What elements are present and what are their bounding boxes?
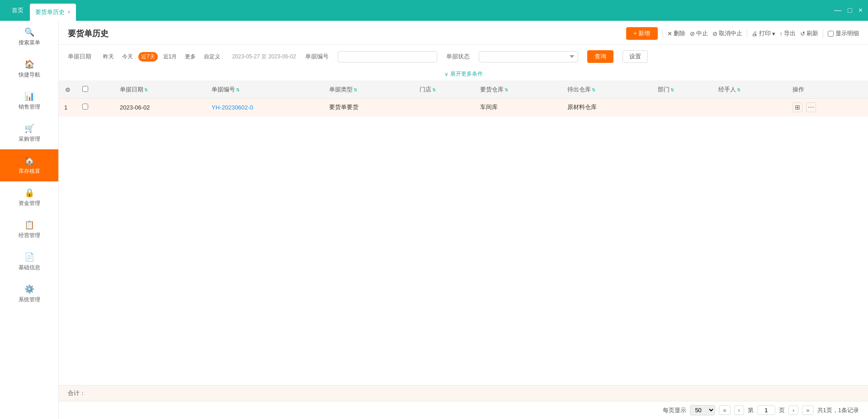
cell-operation: ⊞ ⋯ (787, 99, 868, 116)
filter-area: 单据日期 昨天 今天 近7天 近1月 更多 自定义 2023-05-27 至 2… (59, 45, 868, 81)
cancel-stop-btn[interactable]: ⊘ 取消中止 (712, 29, 742, 38)
sidebar-item-sales[interactable]: 📊销售管理 (0, 85, 58, 117)
sidebar-item-basic[interactable]: 📄基础信息 (0, 246, 58, 278)
sidebar-item-purchase[interactable]: 🛒采购管理 (0, 117, 58, 149)
date-btn-custom[interactable]: 自定义 (201, 52, 223, 62)
op-more-btn[interactable]: ⋯ (806, 102, 816, 112)
sidebar-item-system[interactable]: ⚙️系统管理 (0, 278, 58, 310)
th-operation: 操作 (787, 81, 868, 99)
table-footer: 合计： (59, 385, 868, 401)
th-pendingwarehouse[interactable]: 待出仓库⇅ (562, 81, 652, 99)
select-all-checkbox[interactable] (82, 86, 88, 92)
tab-close-icon[interactable]: × (67, 9, 71, 15)
cell-reqwarehouse: 车间库 (475, 99, 562, 116)
cell-doctype: 要货单要货 (324, 99, 414, 116)
cancel-stop-icon: ⊘ (712, 30, 717, 37)
th-doctype-label: 单据类型 (329, 86, 353, 93)
print-dropdown-icon: ▾ (772, 30, 775, 37)
refresh-btn[interactable]: ↺ 刷新 (800, 29, 818, 38)
cell-checkbox[interactable] (77, 99, 114, 116)
home-tab[interactable]: 首页 (5, 0, 30, 21)
sidebar-item-operation[interactable]: 📋经营管理 (0, 214, 58, 246)
pagination-bar: 每页显示 50 20 100 « ‹ 第 页 › » 共1页，1条记录 (59, 401, 868, 419)
date-btn-more[interactable]: 更多 (182, 52, 198, 62)
expand-more-btn[interactable]: ∨ 展开更多条件 (68, 67, 859, 81)
op-view-btn[interactable]: ⊞ (793, 102, 802, 112)
sort-pendingwarehouse-icon: ⇅ (592, 87, 595, 92)
next-page-btn[interactable]: › (788, 405, 798, 415)
delete-btn[interactable]: ✕ 删除 (667, 29, 685, 38)
th-dept[interactable]: 部门⇅ (652, 81, 713, 99)
basic-icon: 📄 (24, 252, 34, 262)
sidebar-item-finance[interactable]: 🔒资金管理 (0, 181, 58, 214)
display-detail-checkbox[interactable] (828, 31, 834, 37)
th-reqwarehouse[interactable]: 要货仓库⇅ (475, 81, 562, 99)
delete-icon: ✕ (667, 30, 672, 37)
stop-btn[interactable]: ⊘ 中止 (690, 29, 708, 38)
th-checkbox[interactable] (77, 81, 114, 99)
status-label: 单据状态 (446, 52, 470, 61)
th-handler[interactable]: 经手人⇅ (713, 81, 787, 99)
th-docno-label: 单据编号 (212, 86, 235, 93)
date-btn-yesterday[interactable]: 昨天 (100, 52, 117, 62)
cell-handler (713, 99, 787, 116)
minimize-icon[interactable]: — (834, 6, 841, 14)
page-input[interactable] (757, 405, 775, 415)
th-docno[interactable]: 单据编号⇅ (206, 81, 324, 99)
search-menu-label: 搜索菜单 (19, 39, 40, 47)
toolbar: + 新增 ✕ 删除 ⊘ 中止 ⊘ 取消中止 (626, 27, 859, 44)
close-icon[interactable]: × (859, 6, 863, 14)
page-size-select[interactable]: 50 20 100 (690, 405, 715, 415)
page-label-last: 页 (779, 406, 785, 414)
query-btn[interactable]: 查询 (587, 50, 613, 63)
page-title: 要货单历史 (68, 28, 108, 43)
sidebar: 🔍搜索菜单🏠快捷导航📊销售管理🛒采购管理🏠库存核算🔒资金管理📋经营管理📄基础信息… (0, 21, 59, 419)
row-checkbox[interactable] (82, 104, 88, 110)
active-tab[interactable]: 要货单历史 × (30, 4, 76, 21)
cell-dept (652, 99, 713, 116)
total-info: 共1页，1条记录 (817, 406, 859, 414)
system-label: 系统管理 (19, 296, 40, 304)
th-docdate-label: 单据日期 (120, 86, 143, 93)
settings-btn[interactable]: 设置 (623, 50, 648, 63)
sort-dept-icon: ⇅ (670, 87, 674, 92)
date-btn-today[interactable]: 今天 (119, 52, 136, 62)
prev-page-btn[interactable]: ‹ (734, 405, 744, 415)
maximize-icon[interactable]: □ (848, 6, 852, 14)
divider3 (823, 29, 823, 38)
top-bar: 首页 要货单历史 × — □ × (0, 0, 868, 21)
date-btn-1month[interactable]: 近1月 (160, 52, 180, 62)
quick-nav-icon: 🏠 (24, 59, 34, 69)
export-icon: ↑ (780, 30, 783, 37)
sidebar-item-quick-nav[interactable]: 🏠快捷导航 (0, 53, 58, 85)
th-store[interactable]: 门店⇅ (414, 81, 475, 99)
th-settings[interactable]: ⚙ (59, 81, 77, 99)
display-detail-toggle[interactable]: 显示明细 (828, 29, 859, 38)
sidebar-item-search-menu[interactable]: 🔍搜索菜单 (0, 21, 58, 53)
operation-label: 经营管理 (19, 232, 40, 239)
last-page-btn[interactable]: » (802, 405, 813, 415)
divider (662, 29, 663, 38)
th-doctype[interactable]: 单据类型⇅ (324, 81, 414, 99)
divider2 (747, 29, 747, 38)
status-select[interactable] (479, 51, 578, 62)
date-range-text: 2023-05-27 至 2023-06-02 (232, 53, 296, 61)
sidebar-item-inventory[interactable]: 🏠库存核算 (0, 149, 58, 181)
stop-icon: ⊘ (690, 30, 695, 37)
cell-docno[interactable]: YH-20230602-0 (206, 99, 324, 116)
docno-link[interactable]: YH-20230602-0 (212, 104, 253, 111)
active-tab-label: 要货单历史 (35, 8, 65, 16)
sort-reqwarehouse-icon: ⇅ (505, 87, 508, 92)
purchase-label: 采购管理 (19, 135, 40, 143)
date-btn-7days[interactable]: 近7天 (138, 52, 158, 62)
cell-docdate: 2023-06-02 (114, 99, 206, 116)
docno-input[interactable] (338, 51, 437, 62)
print-btn[interactable]: 🖨 打印 ▾ (752, 29, 775, 38)
page-content: 要货单历史 + 新增 ✕ 删除 ⊘ 中止 ⊘ (59, 21, 868, 419)
export-btn[interactable]: ↑ 导出 (780, 29, 796, 38)
first-page-btn[interactable]: « (719, 405, 730, 415)
th-docdate[interactable]: 单据日期⇅ (114, 81, 206, 99)
new-btn[interactable]: + 新增 (626, 27, 657, 40)
table-area: ⚙ 单据日期⇅ 单据编号⇅ 单据类型⇅ 门店⇅ 要货仓库⇅ 待出仓库⇅ 部门⇅ … (59, 81, 868, 385)
filter-row-1: 单据日期 昨天 今天 近7天 近1月 更多 自定义 2023-05-27 至 2… (68, 50, 859, 63)
